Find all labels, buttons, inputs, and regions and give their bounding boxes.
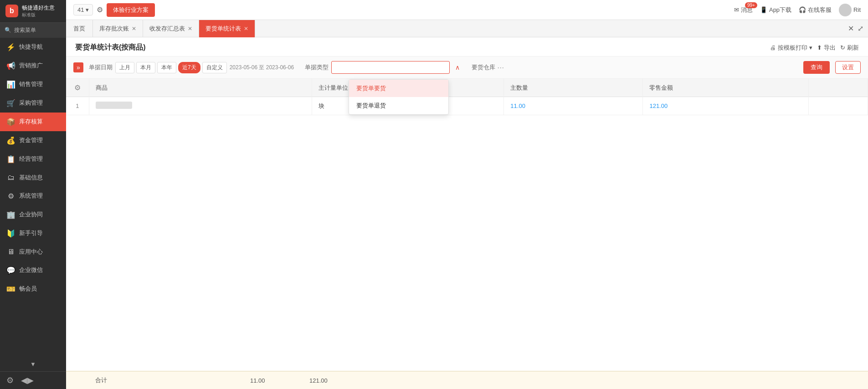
topbar-gear-icon[interactable]: ⚙ — [97, 5, 103, 14]
search-btn[interactable]: 查询 — [803, 61, 830, 74]
sidebar-item-inventory[interactable]: 📦库存核算 — [0, 113, 66, 131]
cell-num: 1 — [66, 97, 89, 115]
logo-name: 畅捷通好生意 — [22, 5, 55, 12]
th-gear[interactable]: ⚙ — [66, 79, 89, 97]
sidebar-item-quick-nav[interactable]: ⚡快捷导航 — [0, 38, 66, 56]
tab-order-stats[interactable]: 要货单统计表 ✕ — [199, 20, 255, 37]
settings-filter-btn[interactable]: 设置 — [835, 61, 861, 74]
app-logo: b 畅捷通好生意 标准版 — [0, 0, 66, 23]
refresh-icon: ↻ — [840, 44, 845, 51]
sidebar-item-finance[interactable]: 💰资金管理 — [0, 131, 66, 150]
nav-label-appstore: 应用中心 — [19, 248, 43, 256]
date-buttons: 上月 本月 本年 近7天 自定义 — [115, 62, 227, 73]
tabs-actions: ✕ ⤢ — [843, 24, 868, 33]
sidebar-bottom: ⚙ ◀▶ — [0, 371, 66, 389]
refresh-btn[interactable]: ↻ 刷新 — [840, 44, 859, 52]
online-service-label: 在线客服 — [808, 6, 832, 14]
type-filter-input[interactable] — [331, 61, 450, 74]
sidebar-search[interactable]: 🔍 搜索菜单 — [0, 23, 66, 38]
date-btn-thismonth[interactable]: 本月 — [136, 62, 155, 73]
sidebar-item-marketing[interactable]: 📢营销推广 — [0, 56, 66, 75]
amount-link[interactable]: 121.00 — [649, 102, 668, 109]
service-icon: 🎧 — [799, 6, 806, 13]
tab-receipt-summary-label: 收发存汇总表 — [149, 25, 185, 33]
print-label: 按模板打印 — [778, 44, 807, 52]
messages-count: 99+ — [745, 2, 757, 8]
tab-receipt-summary-close[interactable]: ✕ — [188, 26, 192, 32]
search-label: 搜索菜单 — [14, 26, 36, 34]
filter-expand-btn[interactable]: » — [73, 62, 83, 72]
page-title: 要货单统计表(按商品) — [75, 43, 146, 52]
app-icon: 📱 — [760, 6, 767, 13]
date-btn-upmonth[interactable]: 上月 — [115, 62, 134, 73]
date-btn-thisyear[interactable]: 本年 — [157, 62, 176, 73]
sidebar-item-enterprise[interactable]: 🏢企业协同 — [0, 205, 66, 224]
collapse-icon[interactable]: ◀▶ — [21, 375, 34, 385]
warehouse-more-btn[interactable]: ··· — [497, 63, 504, 72]
nav-icon-members: 🎫 — [6, 285, 15, 293]
cell-product — [89, 97, 312, 115]
dropdown-item-return[interactable]: 要货单退货 — [349, 97, 448, 114]
export-btn[interactable]: ⬆ 导出 — [817, 44, 836, 52]
table-footer: 合计 11.00 121.00 — [66, 371, 868, 389]
trial-btn[interactable]: 体验行业方案 — [107, 3, 155, 17]
type-dropdown-btn[interactable]: ∧ — [452, 61, 462, 74]
export-icon: ⬆ — [817, 44, 822, 51]
tab-batch-account-label: 库存批次账 — [99, 25, 129, 33]
sidebar-scroll-down[interactable]: ▼ — [0, 357, 66, 371]
print-btn[interactable]: 🖨 按模板打印 ▾ — [770, 44, 812, 52]
table-row: 1 块 11.00 121.00 — [66, 97, 868, 115]
nav-icon-marketing: 📢 — [6, 61, 15, 70]
product-blurred — [96, 102, 132, 109]
nav-label-inventory: 库存核算 — [19, 118, 43, 126]
sidebar-item-sales[interactable]: 📊销售管理 — [0, 75, 66, 94]
user-avatar-btn[interactable]: Rit — [839, 4, 861, 16]
tab-batch-account[interactable]: 库存批次账 ✕ — [93, 20, 143, 37]
store-name: 41 — [77, 6, 84, 13]
messages-btn[interactable]: ✉ 消息 99+ — [734, 6, 753, 14]
tabs-close-icon[interactable]: ✕ — [848, 24, 854, 33]
topbar-right: ✉ 消息 99+ 📱 App下载 🎧 在线客服 Rit — [734, 4, 861, 16]
sidebar-item-system[interactable]: ⚙系统管理 — [0, 187, 66, 205]
date-btn-custom[interactable]: 自定义 — [202, 62, 227, 73]
store-selector[interactable]: 41 ▾ — [73, 4, 93, 15]
online-service-btn[interactable]: 🎧 在线客服 — [799, 6, 832, 14]
nav-icon-wechat: 💬 — [6, 266, 15, 275]
refresh-label: 刷新 — [847, 44, 859, 52]
cell-extra — [808, 97, 868, 115]
nav-label-sales: 销售管理 — [19, 80, 43, 88]
sidebar-item-guide[interactable]: 🔰新手引导 — [0, 224, 66, 243]
dropdown-item-request[interactable]: 要货单要货 — [349, 80, 448, 97]
qty-link[interactable]: 11.00 — [510, 102, 525, 109]
app-download-label: App下载 — [769, 6, 791, 14]
nav-label-purchase: 采购管理 — [19, 99, 43, 107]
warehouse-filter-group: 要货仓库 ··· — [472, 63, 504, 72]
settings-icon[interactable]: ⚙ — [6, 375, 14, 385]
nav-icon-purchase: 🛒 — [6, 99, 15, 107]
sidebar-item-appstore[interactable]: 🖥应用中心 — [0, 243, 66, 261]
tab-order-stats-close[interactable]: ✕ — [244, 26, 248, 32]
tab-home[interactable]: 首页 — [66, 20, 93, 37]
user-name: Rit — [853, 6, 861, 13]
tab-batch-account-close[interactable]: ✕ — [132, 26, 136, 32]
sidebar-item-wechat[interactable]: 💬企业微信 — [0, 261, 66, 280]
sidebar-item-purchase[interactable]: 🛒采购管理 — [0, 94, 66, 113]
sidebar-item-members[interactable]: 🎫畅会员 — [0, 280, 66, 298]
store-dropdown-icon: ▾ — [86, 6, 89, 13]
sidebar-item-basic[interactable]: 🗂基础信息 — [0, 169, 66, 187]
export-label: 导出 — [824, 44, 836, 52]
th-extra — [808, 79, 868, 97]
th-product: 商品 — [89, 79, 312, 97]
sidebar-item-operation[interactable]: 📋经营管理 — [0, 150, 66, 169]
type-filter-group: 单据类型 ∧ — [305, 61, 462, 74]
tab-receipt-summary[interactable]: 收发存汇总表 ✕ — [143, 20, 199, 37]
print-icon: 🖨 — [770, 44, 776, 51]
type-filter-label: 单据类型 — [305, 63, 329, 72]
nav-icon-sales: 📊 — [6, 80, 15, 89]
expand-icon: » — [77, 64, 80, 71]
date-btn-7days[interactable]: 近7天 — [178, 62, 200, 73]
nav-label-quick-nav: 快捷导航 — [19, 43, 43, 51]
filter-bar: » 单据日期 上月 本月 本年 近7天 自定义 2023-05-06 至 202… — [66, 56, 868, 79]
app-download-btn[interactable]: 📱 App下载 — [760, 6, 791, 14]
tabs-expand-icon[interactable]: ⤢ — [858, 24, 863, 33]
